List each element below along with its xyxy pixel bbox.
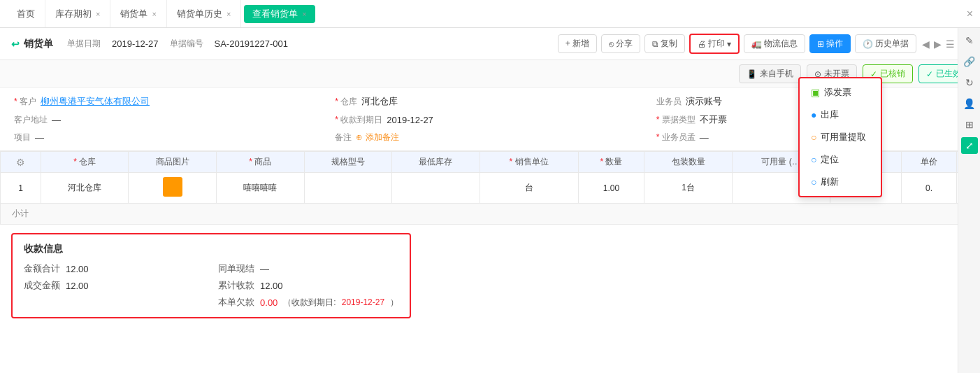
tab-close-history[interactable]: ×	[226, 10, 231, 18]
window-close-button[interactable]: ×	[967, 8, 973, 20]
available-qty-icon: ○	[811, 132, 816, 143]
col-spec: 规格型号	[304, 152, 392, 173]
add-invoice-item[interactable]: ▣ 添发票	[800, 81, 881, 104]
customer-value[interactable]: 柳州粤港平安气体有限公司	[41, 95, 150, 108]
refresh-label: 刷新	[821, 176, 839, 188]
doc-actions: + 新增 ⎋ 分享 ⧉ 复制 🖨 打印 ▾ 🚛 物流信息 ⊞ 操作	[558, 34, 969, 54]
row-sales-unit: 台	[480, 173, 578, 204]
subtotal-row: 小计	[1, 204, 980, 225]
tab-inventory-start[interactable]: 库存期初 ×	[45, 0, 110, 27]
print-icon: 🖨	[698, 39, 706, 49]
available-qty-label: 可用量提取	[821, 131, 866, 143]
address-label: 客户地址	[14, 114, 48, 126]
prev-arrow[interactable]: ◀	[921, 38, 931, 50]
row-package-qty: 1台	[644, 173, 733, 204]
row-quantity: 1.00	[578, 173, 644, 204]
number-label: 单据编号	[170, 38, 203, 50]
available-qty-item[interactable]: ○ 可用量提取	[800, 126, 881, 148]
refresh-item[interactable]: ○ 刷新	[800, 171, 881, 193]
col-settings[interactable]: ⚙	[1, 152, 41, 173]
receipt-grid: 金额合计 12.00 同单现结 — 成交金额 12.00 累计收款 12.00	[24, 262, 398, 309]
settings-icon[interactable]: ⚙	[16, 157, 25, 168]
next-arrow[interactable]: ▶	[932, 38, 943, 50]
copy-button[interactable]: ⧉ 复制	[644, 34, 685, 53]
ops-grid-icon: ⊞	[817, 39, 824, 49]
outbound-icon: ●	[811, 109, 816, 120]
locate-icon: ○	[811, 154, 816, 165]
tab-close-sales[interactable]: ×	[152, 10, 156, 18]
add-note-button[interactable]: ⊕ 添加备注	[356, 132, 398, 143]
tab-close-inventory[interactable]: ×	[96, 10, 100, 18]
doc-type-label: 销货单	[24, 38, 53, 50]
logistics-button[interactable]: 🚛 物流信息	[744, 34, 805, 53]
same-order-label: 同单现结	[218, 262, 254, 275]
staff2-value: —	[700, 132, 709, 143]
from-phone-button[interactable]: 📱 来自手机	[739, 64, 801, 83]
share-button[interactable]: ⎋ 分享	[601, 34, 640, 53]
row-product-img	[129, 173, 217, 204]
staff-value: 演示账号	[686, 95, 722, 108]
staff-label: 业务员	[656, 96, 682, 108]
customer-field: 客户 柳州粤港平安气体有限公司	[14, 95, 324, 108]
project-label: 项目	[14, 132, 31, 143]
tab-home[interactable]: 首页	[7, 0, 45, 27]
address-value: —	[52, 115, 61, 125]
operations-dropdown: ▣ 添发票 ● 出库 ○ 可用量提取 ○ 定位 ○ 刷新	[798, 77, 882, 197]
locate-label: 定位	[821, 153, 839, 166]
expand-sidebar-icon[interactable]: ⤢	[961, 137, 978, 154]
arrears-note: （收款到期日:	[283, 297, 336, 309]
print-button[interactable]: 🖨 打印 ▾	[689, 34, 740, 54]
new-button[interactable]: + 新增	[558, 34, 597, 53]
doc-title: ↩ 销货单	[11, 38, 53, 50]
tab-close-view[interactable]: ×	[302, 10, 306, 18]
date-value: 2019-12-27	[112, 38, 159, 49]
add-invoice-icon: ▣	[811, 87, 820, 98]
same-order-value: —	[260, 264, 269, 274]
warehouse-field: 仓库 河北仓库	[335, 95, 644, 108]
product-image	[163, 177, 182, 197]
history-button[interactable]: 🕐 历史单据	[855, 34, 916, 53]
operations-button[interactable]: ⊞ 操作	[809, 34, 851, 53]
outbound-label: 出库	[821, 108, 839, 121]
effective-icon: ✓	[926, 69, 933, 79]
tab-view-sales[interactable]: 查看销货单 ×	[244, 5, 315, 23]
col-product-img: 商品图片	[129, 152, 217, 173]
refresh-icon: ○	[811, 176, 816, 188]
main-content: ↩ 销货单 单据日期 2019-12-27 单据编号 SA-20191227-0…	[0, 28, 980, 373]
customer-label: 客户	[14, 96, 36, 108]
col-min-stock: 最低库存	[392, 152, 480, 173]
list-view-icon[interactable]: ☰	[944, 38, 956, 50]
user-sidebar-icon[interactable]: 👤	[961, 95, 978, 112]
row-product: 嘻嘻嘻嘻	[217, 173, 305, 204]
row-spec	[304, 173, 392, 204]
arrears-row: 本单欠款 0.00 （收款到期日: 2019-12-27 ）	[218, 296, 398, 309]
add-invoice-label: 添发票	[824, 86, 851, 99]
history-icon: 🕐	[863, 39, 873, 49]
edit-sidebar-icon[interactable]: ✎	[961, 32, 978, 49]
link-sidebar-icon[interactable]: 🔗	[961, 53, 978, 70]
arrears-label: 本单欠款	[218, 296, 254, 309]
doc-meta: 单据日期 2019-12-27 单据编号 SA-20191227-001	[67, 38, 558, 50]
tab-sales-order[interactable]: 销货单 ×	[110, 0, 166, 27]
share-icon: ⎋	[609, 39, 614, 49]
sync-sidebar-icon[interactable]: ↻	[961, 74, 978, 91]
date-label: 单据日期	[67, 38, 101, 50]
col-warehouse: * 仓库	[41, 152, 129, 173]
payment-date-field: 收款到期日 2019-12-27	[335, 113, 644, 126]
row-no: 1	[1, 173, 41, 204]
project-field: 项目 —	[14, 132, 324, 143]
deal-amount-row: 成交金额 12.00	[24, 279, 204, 292]
outbound-item[interactable]: ● 出库	[800, 104, 881, 126]
col-sales-unit: * 销售单位	[480, 152, 578, 173]
note-field: 备注 ⊕ 添加备注	[335, 132, 644, 143]
ticket-value: 不开票	[700, 113, 727, 126]
subtotal-label: 小计	[1, 204, 980, 225]
locate-item[interactable]: ○ 定位	[800, 148, 881, 171]
warehouse-value: 河北仓库	[361, 95, 398, 108]
payment-date-label: 收款到期日	[335, 114, 382, 126]
arrears-value: 0.00	[260, 297, 278, 308]
tab-sales-history[interactable]: 销货单历史 ×	[167, 0, 241, 27]
row-warehouse: 河北仓库	[41, 173, 129, 204]
print-dropdown-arrow: ▾	[727, 39, 731, 49]
grid-sidebar-icon[interactable]: ⊞	[961, 116, 978, 133]
